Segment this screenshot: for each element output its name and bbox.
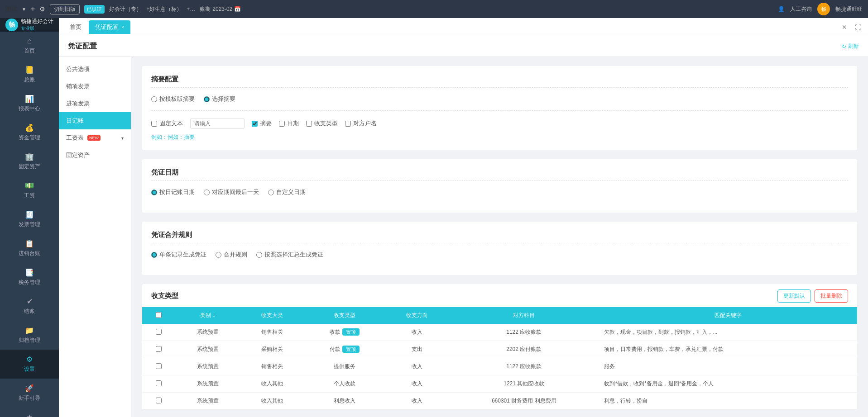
sidebar-item-home[interactable]: ⌂ 首页 bbox=[0, 32, 59, 60]
cell-checkbox bbox=[142, 375, 175, 393]
sidebar-label-purchase-sales: 进销台账 bbox=[19, 250, 40, 257]
table-row: 系统预置 销售相关 提供服务 收入 1122 应收账款 服务 bbox=[142, 358, 857, 375]
tab-home[interactable]: 首页 bbox=[63, 20, 88, 34]
radio-select[interactable] bbox=[204, 96, 210, 102]
sidebar-item-ledger[interactable]: 📒 总账 bbox=[0, 60, 59, 89]
radio-merge[interactable] bbox=[216, 252, 221, 258]
topbar-title: 测试 bbox=[5, 5, 17, 13]
cell-contra: 1122 应收账款 bbox=[449, 324, 599, 341]
window-maximize-button[interactable]: ⛶ bbox=[853, 22, 863, 33]
sidebar-item-close[interactable]: ✔ 结账 bbox=[0, 292, 59, 321]
left-nav-payroll[interactable]: 工资表 NEW ▾ bbox=[59, 129, 131, 147]
update-default-button[interactable]: 更新默认 bbox=[777, 289, 811, 303]
switch-version-button[interactable]: 切到旧版 bbox=[50, 4, 80, 14]
th-category[interactable]: 类别 ↓ bbox=[175, 307, 240, 324]
checkbox-summary[interactable] bbox=[252, 121, 258, 127]
sidebar-item-purchase-sales[interactable]: 📋 进销台账 bbox=[0, 234, 59, 263]
cell-checkbox bbox=[142, 341, 175, 358]
refresh-button[interactable]: ↻ 刷新 bbox=[842, 43, 859, 50]
radio-custom[interactable] bbox=[268, 190, 274, 195]
row-checkbox-2[interactable] bbox=[156, 363, 162, 369]
radio-select-label[interactable]: 选择摘要 bbox=[204, 95, 235, 103]
topbar-add-icon[interactable]: + bbox=[31, 5, 35, 13]
topbar-right: 👤 人工咨询 畅 畅捷通旺旺 bbox=[778, 3, 863, 15]
th-major-type: 收支大类 bbox=[240, 307, 305, 324]
sidebar-label-funds: 资金管理 bbox=[19, 134, 40, 142]
left-nav-sales-invoice[interactable]: 销项发票 bbox=[59, 78, 131, 95]
page-title: 凭证配置 bbox=[68, 42, 97, 51]
period-value: 2023-02 bbox=[212, 6, 232, 12]
checkbox-date-label[interactable]: 日期 bbox=[279, 119, 299, 128]
sidebar-item-salary[interactable]: 💵 工资 bbox=[0, 176, 59, 205]
radio-daily[interactable] bbox=[151, 190, 157, 195]
radio-template[interactable] bbox=[151, 96, 157, 102]
checkbox-fixed[interactable] bbox=[151, 121, 157, 127]
service-icon: 👤 bbox=[778, 6, 785, 12]
radio-single-label[interactable]: 单条记录生成凭证 bbox=[151, 251, 206, 259]
checkbox-counterparty[interactable] bbox=[345, 121, 351, 127]
sidebar-item-tax[interactable]: 📑 税务管理 bbox=[0, 263, 59, 292]
merge-rule-title: 凭证合并规则 bbox=[151, 231, 848, 243]
radio-single[interactable] bbox=[151, 252, 157, 258]
left-nav: 公共选项 销项发票 进项发票 日记账 工资表 NEW ▾ 固定资产 bbox=[59, 57, 131, 417]
radio-summary-merge[interactable] bbox=[256, 252, 262, 258]
row-checkbox-1[interactable] bbox=[156, 346, 162, 352]
radio-daily-label[interactable]: 按日记账日期 bbox=[151, 188, 195, 196]
calendar-icon[interactable]: 📅 bbox=[234, 6, 241, 12]
row-checkbox-3[interactable] bbox=[156, 380, 162, 386]
select-all-checkbox[interactable] bbox=[156, 312, 162, 318]
topbar-dropdown-icon[interactable]: ▼ bbox=[22, 7, 26, 12]
service-btn[interactable]: 人工咨询 bbox=[790, 5, 812, 13]
sidebar-item-guide[interactable]: 🚀 新手引导 bbox=[0, 379, 59, 408]
sidebar-item-assets[interactable]: 🏢 固定资产 bbox=[0, 147, 59, 176]
window-close-button[interactable]: ✕ bbox=[839, 22, 850, 33]
fixed-text-input[interactable] bbox=[190, 118, 245, 129]
checkbox-summary-label[interactable]: 摘要 bbox=[252, 119, 272, 128]
cell-type: 付款 置顶 bbox=[305, 341, 385, 358]
left-nav-purchase-invoice[interactable]: 进项发票 bbox=[59, 95, 131, 112]
topbar: 测试 ▼ + ⚙ 切到旧版 已认证 好会计（专） +好生意（标） +… 账期 2… bbox=[0, 0, 868, 18]
checkbox-fixed-label[interactable]: 固定文本 bbox=[151, 119, 183, 128]
cell-contra: 660301 财务费用 利息费用 bbox=[449, 393, 599, 410]
pin-badge-1[interactable]: 置顶 bbox=[342, 346, 360, 353]
sidebar-item-member[interactable]: ★ 畅会员 bbox=[0, 408, 59, 417]
batch-delete-button[interactable]: 批量删除 bbox=[815, 289, 848, 303]
left-nav-fixed-assets[interactable]: 固定资产 bbox=[59, 147, 131, 164]
logo: 畅 畅捷通好会计 专业版 bbox=[0, 18, 59, 32]
summary-checkbox-row: 固定文本 摘要 日期 收支类型 bbox=[151, 118, 848, 129]
content-area: 公共选项 销项发票 进项发票 日记账 工资表 NEW ▾ 固定资产 bbox=[59, 57, 868, 417]
row-checkbox-0[interactable] bbox=[156, 329, 162, 335]
radio-merge-label[interactable]: 合并规则 bbox=[216, 251, 247, 259]
cell-direction: 收入 bbox=[385, 393, 450, 410]
radio-summary-merge-label[interactable]: 按照选择汇总生成凭证 bbox=[256, 251, 323, 259]
row-checkbox-4[interactable] bbox=[156, 398, 162, 403]
sidebar-label-archive: 归档管理 bbox=[19, 336, 40, 344]
sidebar-item-invoice[interactable]: 🧾 发票管理 bbox=[0, 205, 59, 234]
sidebar-item-settings[interactable]: ⚙ 设置 bbox=[0, 350, 59, 379]
cell-category: 系统预置 bbox=[175, 375, 240, 393]
pin-badge-0[interactable]: 置顶 bbox=[342, 328, 360, 336]
sidebar-item-reports[interactable]: 📊 报表中心 bbox=[0, 89, 59, 118]
radio-custom-label[interactable]: 自定义日期 bbox=[268, 188, 306, 196]
sidebar-item-funds[interactable]: 💰 资金管理 bbox=[0, 118, 59, 147]
cell-checkbox bbox=[142, 324, 175, 341]
left-nav-public[interactable]: 公共选项 bbox=[59, 61, 131, 78]
cell-contra: 2202 应付账款 bbox=[449, 341, 599, 358]
checkbox-counterparty-label[interactable]: 对方户名 bbox=[345, 119, 377, 128]
tab-close-icon[interactable]: × bbox=[121, 24, 124, 30]
sidebar-label-salary: 工资 bbox=[24, 192, 35, 199]
checkbox-date[interactable] bbox=[279, 121, 285, 127]
topbar-gear-icon[interactable]: ⚙ bbox=[39, 5, 45, 13]
checkbox-type-label[interactable]: 收支类型 bbox=[306, 119, 338, 128]
cell-direction: 收入 bbox=[385, 324, 450, 341]
left-nav-journal[interactable]: 日记账 bbox=[59, 112, 131, 129]
radio-period-end-label[interactable]: 对应期间最后一天 bbox=[204, 188, 259, 196]
tab-voucher-config[interactable]: 凭证配置 × bbox=[89, 20, 130, 34]
checkbox-type[interactable] bbox=[306, 121, 312, 127]
topbar-text1: 好会计（专） bbox=[109, 5, 142, 13]
radio-period-end[interactable] bbox=[204, 190, 210, 195]
sidebar-item-archive[interactable]: 📁 归档管理 bbox=[0, 321, 59, 350]
summary-section: 摘要配置 按模板版摘要 选择摘要 bbox=[142, 66, 857, 150]
radio-template-label[interactable]: 按模板版摘要 bbox=[151, 95, 195, 103]
salary-icon: 💵 bbox=[25, 181, 34, 190]
